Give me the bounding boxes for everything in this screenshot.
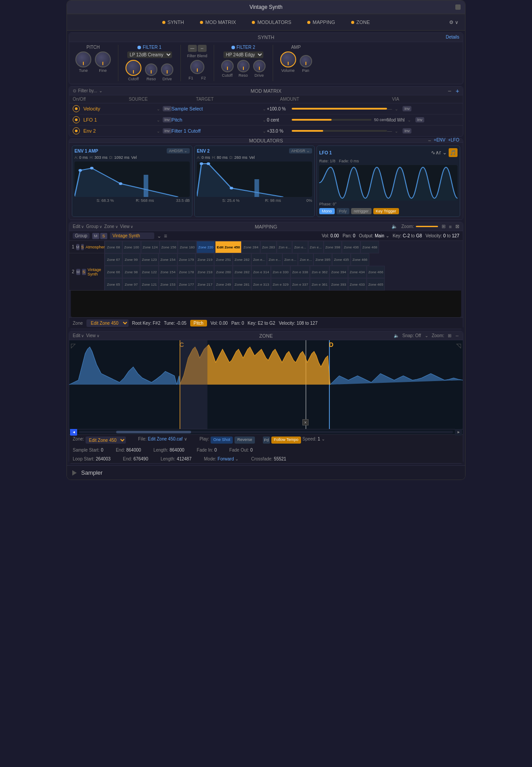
zone-cell[interactable]: Zon e...	[267, 253, 282, 266]
filter2-cutoff-knob[interactable]	[221, 60, 234, 72]
zone-cell[interactable]: Zon e...	[308, 241, 324, 253]
zone-cell[interactable]: Zone 394	[329, 266, 348, 278]
zone-cell[interactable]: Zon e 313	[251, 278, 271, 291]
mapping-view-btn[interactable]: View ∨	[120, 224, 134, 229]
mod-remove-button[interactable]: −	[448, 87, 451, 94]
zone-cell[interactable]: Zone 468	[360, 241, 379, 253]
zone-cell[interactable]: Zon e...	[277, 241, 292, 253]
mod-row2-slider[interactable]	[292, 119, 372, 121]
lfo-keytrigger-btn[interactable]: Key Trigger	[373, 208, 399, 214]
tune-knob[interactable]	[75, 51, 91, 67]
sampler-play-icon[interactable]	[72, 470, 77, 476]
zone-cell[interactable]: Zone 284	[242, 241, 260, 253]
zone-cell[interactable]: Zone 67	[105, 253, 122, 266]
zone-cell[interactable]: Zone 433	[348, 278, 367, 291]
env2-type[interactable]: AHDSR ⌄	[289, 148, 312, 153]
filter2-drive-knob[interactable]	[253, 60, 266, 72]
zone-cell[interactable]: Zone 282	[233, 266, 251, 278]
zone-cell[interactable]: Zon e 314	[251, 266, 271, 278]
mod-row3-power[interactable]	[73, 127, 80, 134]
zone-cell[interactable]: Zone 465	[367, 278, 385, 291]
pan-knob[interactable]	[300, 55, 312, 67]
zone-cell[interactable]: Zone 68	[105, 241, 122, 253]
zone-cell[interactable]: Zone 249	[214, 278, 233, 291]
group-name-input[interactable]	[110, 232, 154, 239]
group-list-icon[interactable]: ≡	[164, 233, 167, 239]
zone-cell[interactable]: Zone 282	[233, 253, 251, 266]
nav-mod-matrix[interactable]: MOD MATRIX	[196, 18, 239, 27]
group2-s-btn[interactable]: S	[82, 269, 86, 275]
zone-cell[interactable]: Zone 180	[178, 241, 196, 253]
filter1-reso-knob[interactable]	[145, 63, 157, 76]
lfo-mono-btn[interactable]: Mono	[319, 208, 335, 214]
zone-cell[interactable]: Zone 393	[329, 278, 348, 291]
details-button[interactable]: Details	[446, 35, 459, 39]
zone-cell[interactable]: Zone 466	[367, 266, 385, 278]
mod-row3-inv-via[interactable]: Inv	[403, 128, 411, 134]
zone-cell[interactable]: Zone 100	[122, 241, 141, 253]
zone-cell[interactable]: Zone 154	[159, 253, 177, 266]
mod-row2-inv-via[interactable]: Inv	[415, 117, 424, 122]
zone-cell[interactable]: Zon e...	[292, 241, 308, 253]
nav-zone[interactable]: ZONE	[348, 18, 374, 27]
zone-cell[interactable]: Zone 178	[177, 266, 196, 278]
filter1-drive-knob[interactable]	[161, 63, 173, 76]
zone-cell[interactable]: Zon e...	[298, 253, 313, 266]
zone-cell[interactable]: Zone 260	[214, 266, 233, 278]
zone-view-btn[interactable]: View ∨	[86, 333, 100, 338]
fine-knob[interactable]	[95, 51, 111, 67]
zone-cell-active[interactable]: Edit Zone 450	[215, 241, 242, 253]
mod-row2-inv-source[interactable]: Inv	[163, 117, 172, 122]
zone-cell[interactable]: Zone 251	[214, 253, 233, 266]
zoom-fit-icon[interactable]: ⊞	[448, 333, 451, 338]
zone-cell[interactable]: Zone 395	[313, 253, 332, 266]
nav-synth[interactable]: SYNTH	[159, 18, 188, 27]
pd-icon[interactable]: Pd	[263, 437, 270, 444]
blend-knob[interactable]	[190, 60, 204, 74]
zone-bottom-select[interactable]: Edit Zone 450	[86, 437, 126, 444]
zone-cell[interactable]: Zon e...	[282, 253, 298, 266]
zone-cell[interactable]: Zone 434	[348, 266, 367, 278]
zone-cell[interactable]: Zone 153	[159, 278, 177, 291]
zone-cell[interactable]: Zone 435	[332, 253, 351, 266]
group-arrange-icon[interactable]: ⌄	[157, 233, 161, 239]
zone-cell[interactable]: Zon e 361	[310, 278, 329, 291]
mod-add-button[interactable]: +	[456, 87, 459, 94]
zone-cell[interactable]: Zone 219	[196, 253, 214, 266]
zone-file-link[interactable]: Edit Zone 450.caf	[148, 437, 182, 444]
zone-cell[interactable]: Zone 281	[233, 278, 251, 291]
group2-m-btn[interactable]: M	[76, 269, 80, 275]
filter1-type[interactable]: LP 12dB Creamy	[127, 51, 172, 58]
mod-row1-power[interactable]	[73, 105, 80, 112]
zoom-out-icon[interactable]: ↔	[455, 333, 459, 338]
filter2-type[interactable]: HP 24dB Edgy	[223, 51, 263, 58]
mod-row1-inv-source[interactable]: Inv	[163, 106, 172, 111]
zone-cell[interactable]: Zone 99	[122, 253, 140, 266]
scroll-left-btn[interactable]: ◂	[70, 429, 77, 436]
lfo-wave-selector[interactable]: ∿∧r ⌄	[431, 149, 447, 156]
add-lfo-button[interactable]: +LFO	[448, 138, 459, 144]
nav-modulators[interactable]: MODULATORS	[248, 18, 295, 27]
nav-mapping[interactable]: MAPPING	[304, 18, 339, 27]
pitch-button[interactable]: Pitch	[190, 320, 207, 326]
follow-tempo-btn[interactable]: Follow Tempo	[271, 437, 301, 444]
zone-cell[interactable]: Zon e 329	[271, 278, 290, 291]
blend-btn1[interactable]: —	[188, 45, 197, 52]
zone-cell[interactable]: Zone 65	[105, 278, 122, 291]
group1-m-btn[interactable]: M	[76, 244, 80, 250]
mapping-group-btn[interactable]: Group ∨	[86, 224, 102, 229]
mapping-collapse-icon[interactable]: ⊠	[455, 224, 459, 229]
mod-row2-power[interactable]	[73, 116, 80, 123]
zone-edit-btn[interactable]: Edit ∨	[73, 333, 84, 338]
lfo-color-btn[interactable]: 🎵	[449, 148, 458, 157]
zone-cell[interactable]: Zone 122	[140, 266, 159, 278]
zoom-slider[interactable]	[416, 226, 438, 227]
zone-cell[interactable]: Zon e 362	[310, 266, 329, 278]
mod-row1-inv-via[interactable]: Inv	[403, 106, 411, 111]
zone-cell[interactable]: Zon 283	[260, 241, 277, 253]
zone-cell[interactable]: Zon e 338	[290, 266, 310, 278]
zone-cell[interactable]: Zone 66	[105, 266, 122, 278]
group1-s-btn[interactable]: S	[81, 244, 84, 250]
zone-cell[interactable]: Zone 177	[177, 278, 196, 291]
filter2-reso-knob[interactable]	[237, 60, 250, 72]
